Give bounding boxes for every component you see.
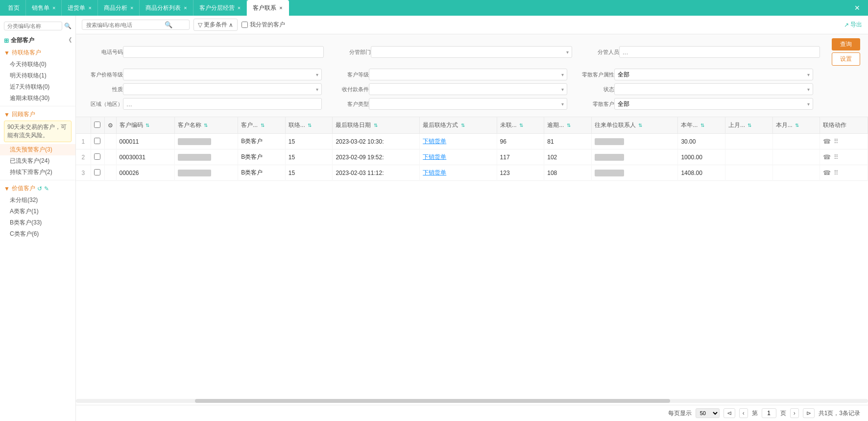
more-actions-icon[interactable]: ⠿ bbox=[834, 153, 839, 161]
sidebar-section-review[interactable]: ▼ 回顾客户 bbox=[0, 108, 75, 121]
sidebar-section-pending[interactable]: ▼ 待联络客户 bbox=[0, 47, 75, 59]
tab-customer-segmentation[interactable]: 客户分层经营 × bbox=[193, 0, 247, 16]
filter-search-icon[interactable]: 🔍 bbox=[165, 21, 172, 28]
customer-level-select[interactable]: ▾ bbox=[369, 69, 568, 80]
sidebar-item-ungrouped[interactable]: 未分组(32) bbox=[0, 195, 75, 206]
tab-customer-union[interactable]: 客户联系 × bbox=[247, 0, 289, 16]
customer-type-select[interactable]: ▾ bbox=[369, 98, 568, 110]
horizontal-scrollbar[interactable] bbox=[76, 399, 868, 403]
row-checkbox[interactable] bbox=[94, 169, 100, 175]
page-size-select[interactable]: 50 100 200 bbox=[696, 408, 720, 418]
customer-price-level-select[interactable]: ▾ bbox=[123, 69, 322, 80]
col-code[interactable]: 客户编码 ⇅ bbox=[116, 117, 174, 134]
page-number-input[interactable] bbox=[762, 408, 776, 418]
contact-icon[interactable]: ☎ bbox=[823, 169, 831, 176]
sidebar-collapse-button[interactable]: 《 bbox=[66, 36, 72, 45]
row-checkbox-cell[interactable] bbox=[91, 149, 104, 165]
phone-input[interactable] bbox=[123, 46, 324, 58]
contact-icon[interactable]: ☎ bbox=[823, 138, 831, 145]
col-type[interactable]: 客户... ⇅ bbox=[238, 117, 286, 134]
row-unit-contact: ████ bbox=[591, 134, 678, 149]
row-checkbox-cell[interactable] bbox=[91, 165, 104, 181]
row-checkbox-cell[interactable] bbox=[91, 134, 104, 149]
col-last-contact-date[interactable]: 最后联络日期 ⇅ bbox=[333, 117, 420, 134]
tab-home[interactable]: 首页 bbox=[2, 0, 26, 16]
payment-select[interactable]: ▾ bbox=[369, 83, 568, 95]
scrollbar-thumb[interactable] bbox=[195, 399, 670, 403]
filter-search-input[interactable] bbox=[86, 22, 165, 28]
window-close-button[interactable]: ✕ bbox=[848, 4, 866, 12]
sidebar-item-tomorrow[interactable]: 明天待联络(1) bbox=[0, 70, 75, 81]
select-all-checkbox[interactable] bbox=[94, 122, 100, 128]
col-contact[interactable]: 联络... ⇅ bbox=[285, 117, 333, 134]
sidebar-item-class-a[interactable]: A类客户(1) bbox=[0, 206, 75, 217]
sidebar-item-today[interactable]: 今天待联络(0) bbox=[0, 59, 75, 70]
contact-icon[interactable]: ☎ bbox=[823, 153, 831, 161]
first-page-button[interactable]: ⊲ bbox=[723, 408, 735, 418]
close-icon[interactable]: × bbox=[88, 5, 91, 11]
tab-product-analysis-list[interactable]: 商品分析列表 × bbox=[140, 0, 193, 16]
row-last-contact-method[interactable]: 下销货单 bbox=[420, 165, 497, 181]
sidebar-item-class-c[interactable]: C类客户(6) bbox=[0, 228, 75, 240]
tab-product-analysis[interactable]: 商品分析 × bbox=[98, 0, 140, 16]
query-button[interactable]: 查询 bbox=[832, 38, 860, 50]
edit-icon[interactable]: ✎ bbox=[44, 185, 49, 192]
export-button[interactable]: ↗ 导出 bbox=[844, 21, 862, 29]
sidebar-section-value[interactable]: ▼ 价值客户 ↺ ✎ bbox=[0, 182, 75, 195]
sidebar-all-customers[interactable]: ⊞ 全部客户 《 bbox=[0, 34, 75, 47]
region-select[interactable]: ... bbox=[123, 98, 322, 110]
close-icon[interactable]: × bbox=[52, 5, 55, 11]
chevron-down-icon: ▾ bbox=[316, 72, 318, 77]
row-action-icons: ☎ ⠿ bbox=[820, 165, 868, 181]
filter-actions: 查询 设置 bbox=[832, 38, 860, 66]
tab-purchase[interactable]: 进货单 × bbox=[62, 0, 97, 16]
last-page-button[interactable]: ⊳ bbox=[803, 408, 815, 418]
col-name[interactable]: 客户名称 ⇅ bbox=[174, 117, 238, 134]
col-this-month[interactable]: 本月... ⇅ bbox=[772, 117, 820, 134]
status-select[interactable]: ▾ bbox=[614, 83, 813, 95]
sidebar-item-churned[interactable]: 已流失客户(24) bbox=[0, 155, 75, 167]
sidebar-search-icon[interactable]: 🔍 bbox=[64, 23, 72, 29]
sidebar-search-box[interactable]: 🔍 bbox=[0, 20, 75, 32]
sidebar-item-declining[interactable]: 持续下滑客户(2) bbox=[0, 167, 75, 178]
col-this-year[interactable]: 本年... ⇅ bbox=[678, 117, 725, 134]
settings-icon[interactable]: ⚙ bbox=[108, 122, 113, 129]
close-icon[interactable]: × bbox=[130, 5, 133, 11]
col-last-month[interactable]: 上月... ⇅ bbox=[725, 117, 773, 134]
more-actions-icon[interactable]: ⠿ bbox=[834, 138, 839, 145]
my-customers-checkbox-label[interactable]: 我分管的客户 bbox=[241, 21, 285, 29]
sidebar-search-input[interactable] bbox=[4, 22, 62, 30]
col-settings[interactable]: ⚙ bbox=[104, 117, 116, 134]
col-overdue[interactable]: 逾期... ⇅ bbox=[544, 117, 592, 134]
manager-select[interactable]: ... bbox=[619, 46, 820, 58]
refresh-icon[interactable]: ↺ bbox=[37, 185, 42, 192]
sidebar-item-overdue[interactable]: 逾期未联络(30) bbox=[0, 93, 75, 104]
row-last-contact-method[interactable]: 下销货单 bbox=[420, 134, 497, 149]
more-actions-icon[interactable]: ⠿ bbox=[834, 169, 839, 176]
next-page-button[interactable]: › bbox=[790, 408, 799, 418]
more-conditions-button[interactable]: ▽ 更多条件 ∧ bbox=[193, 19, 238, 31]
row-checkbox[interactable] bbox=[94, 138, 100, 144]
more-dots-icon[interactable]: ... bbox=[623, 48, 628, 56]
filter-search-box[interactable]: 🔍 bbox=[82, 20, 190, 30]
dept-select[interactable]: ▾ bbox=[371, 46, 572, 58]
col-unit-contact[interactable]: 往来单位联系人 ⇅ bbox=[591, 117, 678, 134]
retail-customer-select[interactable]: 全部 ▾ bbox=[614, 98, 813, 110]
close-icon[interactable]: × bbox=[279, 5, 282, 11]
retail-attr-select[interactable]: 全部 ▾ bbox=[614, 69, 813, 80]
sidebar-item-class-b[interactable]: B类客户(33) bbox=[0, 217, 75, 228]
prev-page-button[interactable]: ‹ bbox=[739, 408, 748, 418]
col-last-contact-method[interactable]: 最后联络方式 ⇅ bbox=[420, 117, 497, 134]
close-icon[interactable]: × bbox=[184, 5, 187, 11]
my-customers-checkbox[interactable] bbox=[241, 22, 248, 28]
tab-sales[interactable]: 销售单 × bbox=[26, 0, 62, 16]
row-last-contact-method[interactable]: 下销货单 bbox=[420, 149, 497, 165]
sidebar-item-churn-warning[interactable]: 流失预警客户(3) bbox=[0, 144, 75, 155]
col-uncontacted[interactable]: 未联... ⇅ bbox=[497, 117, 544, 134]
close-icon[interactable]: × bbox=[238, 5, 241, 11]
sidebar-item-7days[interactable]: 近7天待联络(0) bbox=[0, 81, 75, 93]
gender-select[interactable]: ▾ bbox=[123, 83, 322, 95]
settings-button[interactable]: 设置 bbox=[832, 52, 860, 66]
more-dots-icon[interactable]: ... bbox=[126, 100, 132, 108]
row-checkbox[interactable] bbox=[94, 153, 100, 160]
